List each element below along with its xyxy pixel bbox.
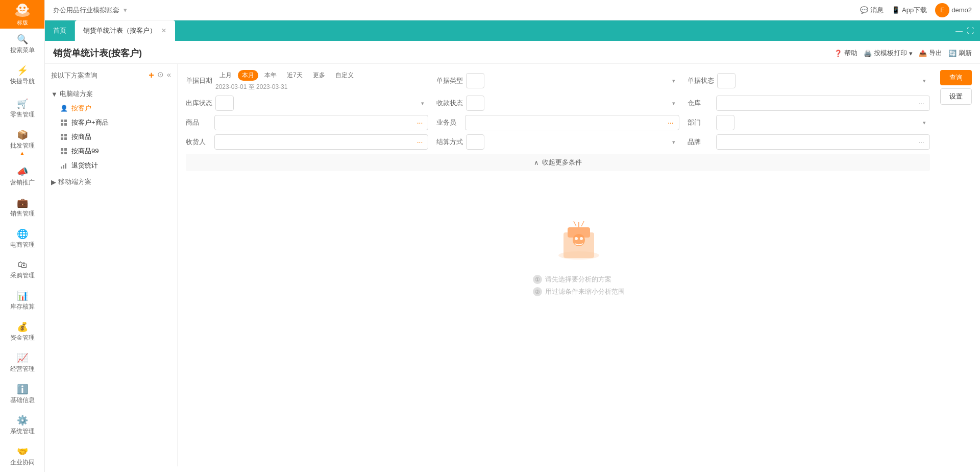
svg-rect-20 — [65, 163, 66, 169]
brand-dots-icon[interactable]: ··· — [918, 138, 924, 146]
svg-rect-14 — [61, 148, 63, 151]
mobile-section-header[interactable]: ▶ 移动端方案 — [45, 175, 177, 189]
export-icon: 📤 — [919, 50, 927, 57]
sidebar-item-sales-mgmt[interactable]: 💼 销售管理 — [0, 192, 44, 223]
warehouse-dots-icon[interactable]: ··· — [918, 99, 924, 107]
mobile-section-arrow: ▶ — [51, 178, 56, 186]
print-icon: 🖨️ — [864, 50, 872, 57]
filter-row-1: 单据日期 上月 本月 本年 近7天 更多 自定义 — [186, 70, 930, 91]
left-panel-toolbar: + ⊙ « — [149, 70, 171, 81]
basic-info-icon: ℹ️ — [17, 384, 28, 395]
goods-label: 商品 — [186, 118, 211, 127]
refresh-label: 刷新 — [959, 49, 972, 58]
doc-status-cell: 单据状态 — [688, 70, 930, 91]
sidebar-item-basic-info[interactable]: ℹ️ 基础信息 — [0, 379, 44, 410]
collapse-bar[interactable]: ∧ 收起更多条件 — [186, 154, 930, 171]
doc-status-select[interactable] — [717, 73, 736, 88]
goods-dots-icon[interactable]: ··· — [417, 119, 423, 127]
user-profile[interactable]: E demo2 — [935, 3, 972, 17]
tab-close-icon[interactable]: ✕ — [161, 27, 166, 34]
svg-line-28 — [574, 221, 576, 226]
message-btn[interactable]: 💬 消息 — [860, 6, 884, 15]
tree-item-by-goods[interactable]: 按商品 — [53, 130, 177, 144]
svg-rect-17 — [64, 152, 67, 154]
export-btn[interactable]: 📤 导出 — [919, 49, 942, 58]
app-download-btn[interactable]: 📱 App下载 — [892, 6, 927, 15]
doc-status-label: 单据状态 — [688, 76, 714, 85]
date-filter-cell: 单据日期 上月 本月 本年 近7天 更多 自定义 — [186, 70, 428, 91]
sidebar-item-finance-mgmt[interactable]: 💰 资金管理 — [0, 316, 44, 347]
help-btn[interactable]: ❓ 帮助 — [834, 49, 857, 58]
filter-row-4: 收货人 ··· 结算方式 — [186, 134, 930, 150]
refresh-btn[interactable]: 🔄 刷新 — [948, 49, 972, 58]
sidebar-item-retail-mgmt[interactable]: 🛒 零售管理 — [0, 93, 44, 124]
template-print-btn[interactable]: 🖨️ 按模板打印 ▾ — [864, 49, 913, 58]
date-tab-more[interactable]: 更多 — [309, 70, 329, 81]
sidebar-item-label: 资金管理 — [10, 334, 35, 342]
doc-type-select-wrap — [466, 73, 679, 88]
window-maximize-btn[interactable]: ⛶ — [967, 27, 974, 35]
desktop-section-header[interactable]: ▼ 电脑端方案 — [45, 87, 177, 101]
receiver-input[interactable]: ··· — [214, 134, 428, 150]
receipt-status-select[interactable] — [466, 96, 484, 111]
tab-home[interactable]: 首页 — [45, 20, 75, 41]
sidebar-item-corp-collab[interactable]: 🤝 企业协同 — [0, 441, 44, 472]
header-right: 💬 消息 📱 App下载 E demo2 — [860, 3, 972, 17]
help-label: 帮助 — [844, 49, 857, 58]
sidebar-item-ops-mgmt[interactable]: 📈 经营管理 — [0, 347, 44, 379]
tree-item-by-customer[interactable]: 👤 按客户 — [53, 101, 177, 115]
dept-select[interactable] — [716, 115, 734, 130]
receipt-status-label: 收款状态 — [436, 99, 463, 108]
svg-rect-8 — [61, 123, 63, 126]
date-tab-this-year[interactable]: 本年 — [260, 70, 281, 81]
sidebar-item-quick-nav[interactable]: ⚡ 快捷导航 — [0, 60, 44, 91]
window-minimize-btn[interactable]: — — [955, 27, 963, 35]
query-button[interactable]: 查询 — [940, 70, 972, 85]
salesman-label: 业务员 — [436, 118, 462, 127]
payment-method-select[interactable] — [466, 134, 484, 150]
sidebar-item-wholesale-mgmt[interactable]: 📦 批发管理 ▲ — [0, 124, 44, 161]
hint-num-1: ① — [533, 275, 542, 284]
header-dropdown-icon[interactable]: ▾ — [124, 6, 127, 14]
sidebar-item-search-menu[interactable]: 🔍 搜索菜单 — [0, 29, 44, 60]
warehouse-input[interactable]: ··· — [716, 96, 930, 111]
return-stat-label: 退货统计 — [71, 161, 98, 170]
tree-item-by-goods-99[interactable]: 按商品99 — [53, 144, 177, 158]
sales-mgmt-icon: 💼 — [17, 197, 28, 208]
tree-item-by-customer-goods[interactable]: 按客户+商品 — [53, 115, 177, 130]
salesman-input[interactable]: ··· — [465, 115, 679, 130]
sidebar-item-sys-mgmt[interactable]: ⚙️ 系统管理 — [0, 410, 44, 441]
left-panel: 按以下方案查询 + ⊙ « ▼ 电脑端方案 👤 — [45, 64, 178, 466]
svg-rect-13 — [64, 137, 67, 140]
date-tab-this-month[interactable]: 本月 — [238, 70, 258, 81]
edit-scheme-btn[interactable]: ⊙ — [157, 70, 164, 81]
tab-sales-stat[interactable]: 销货单统计表（按客户） ✕ — [75, 20, 175, 41]
doc-type-select[interactable] — [466, 73, 484, 88]
date-tab-7days[interactable]: 近7天 — [283, 70, 307, 81]
doc-status-select-wrap — [717, 73, 930, 88]
receiver-dots-icon[interactable]: ··· — [417, 138, 423, 146]
date-tab-last-month[interactable]: 上月 — [215, 70, 236, 81]
tree-item-return-stat[interactable]: 退货统计 — [53, 158, 177, 173]
help-icon: ❓ — [834, 50, 842, 57]
sidebar-item-label: 经营管理 — [10, 365, 35, 373]
svg-rect-19 — [63, 165, 64, 169]
desktop-tree-children: 👤 按客户 按客户+商品 — [45, 101, 177, 173]
salesman-dots-icon[interactable]: ··· — [668, 119, 674, 127]
collapse-panel-btn[interactable]: « — [167, 70, 171, 81]
marketing-icon: 📣 — [17, 166, 28, 177]
add-scheme-btn[interactable]: + — [149, 70, 154, 81]
goods-input[interactable]: ··· — [214, 115, 428, 130]
empty-hints: ① 请先选择要分析的方案 ② 用过滤条件来缩小分析范围 — [533, 275, 625, 299]
sidebar-item-inventory[interactable]: 📊 库存核算 — [0, 285, 44, 316]
left-panel-header: 按以下方案查询 + ⊙ « — [45, 68, 177, 85]
sidebar-item-purchase-mgmt[interactable]: 🛍 采购管理 — [0, 254, 44, 285]
settings-button[interactable]: 设置 — [940, 88, 972, 105]
date-tab-custom[interactable]: 自定义 — [331, 70, 358, 81]
hint-num-2: ② — [533, 287, 542, 296]
out-status-select[interactable] — [215, 96, 234, 111]
svg-rect-18 — [61, 167, 62, 169]
brand-input[interactable]: ··· — [716, 134, 930, 150]
sidebar-item-ecommerce-mgmt[interactable]: 🌐 电商管理 — [0, 223, 44, 254]
sidebar-item-marketing[interactable]: 📣 营销推广 — [0, 161, 44, 192]
